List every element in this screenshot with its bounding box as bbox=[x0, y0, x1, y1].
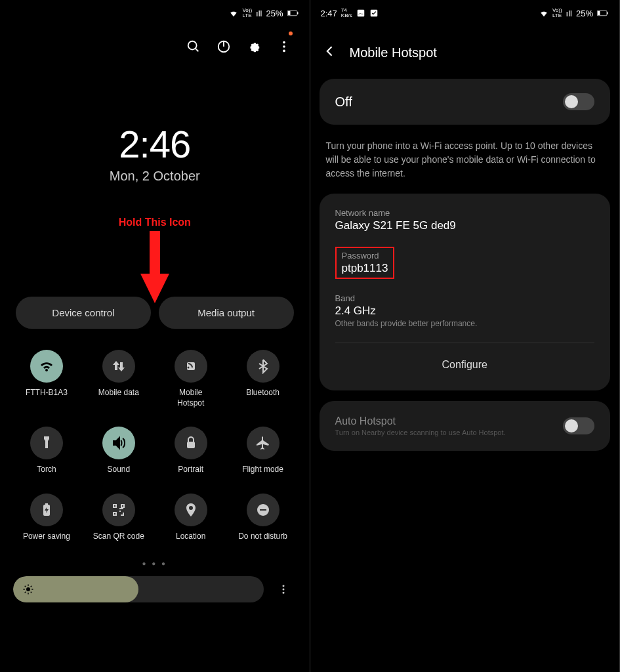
lock-icon bbox=[183, 435, 199, 451]
auto-hotspot-title: Auto Hotspot bbox=[335, 415, 506, 427]
qs-wifi[interactable]: FTTH-B1A3 bbox=[10, 350, 83, 408]
back-button[interactable] bbox=[323, 45, 337, 60]
svg-rect-23 bbox=[357, 10, 364, 17]
location-icon bbox=[183, 502, 199, 518]
notification-dot bbox=[289, 32, 293, 35]
status-time: 2:47 bbox=[321, 9, 337, 18]
status-bar: 2:47 74KB/s Vo))LTE ıll 25% bbox=[310, 0, 620, 26]
annotation-text: Hold This Icon bbox=[0, 217, 310, 228]
svg-rect-10 bbox=[150, 231, 160, 277]
status-bar: Vo))LTE ıll 25% bbox=[0, 0, 310, 26]
bluetooth-icon bbox=[255, 358, 271, 374]
svg-marker-11 bbox=[140, 274, 169, 303]
gear-icon[interactable] bbox=[247, 39, 261, 56]
svg-rect-12 bbox=[187, 362, 195, 370]
lte-indicator: Vo))LTE bbox=[552, 8, 562, 18]
svg-point-19 bbox=[26, 587, 30, 591]
qs-mobile-hotspot[interactable]: Mobile Hotspot bbox=[155, 350, 227, 408]
more-icon[interactable] bbox=[277, 39, 291, 56]
battery-percent: 25% bbox=[576, 9, 593, 18]
svg-rect-2 bbox=[297, 12, 299, 14]
hotspot-icon bbox=[183, 358, 199, 374]
qs-location[interactable]: Location bbox=[155, 494, 227, 542]
brightness-slider[interactable] bbox=[13, 576, 264, 602]
auto-hotspot-toggle[interactable] bbox=[563, 417, 594, 434]
image-status-icon bbox=[356, 9, 365, 18]
qs-mobile-data[interactable]: Mobile data bbox=[83, 350, 155, 408]
check-status-icon bbox=[369, 9, 379, 18]
clock-date: Mon, 2 October bbox=[0, 169, 310, 184]
svg-rect-16 bbox=[45, 503, 48, 505]
battery-icon bbox=[597, 9, 609, 17]
sound-icon bbox=[111, 435, 127, 451]
configure-button[interactable]: Configure bbox=[335, 354, 595, 376]
clock-time: 2:46 bbox=[0, 122, 310, 166]
svg-point-9 bbox=[283, 50, 285, 52]
svg-point-7 bbox=[283, 41, 285, 44]
password-field[interactable]: Password ptpb1113 bbox=[335, 247, 395, 279]
wifi-icon bbox=[39, 358, 54, 374]
svg-rect-18 bbox=[260, 509, 266, 511]
brightness-icon bbox=[22, 583, 34, 595]
svg-point-22 bbox=[282, 592, 284, 594]
quick-settings-panel: Vo))LTE ıll 25% 2:46 Mon, 2 October Hold… bbox=[0, 0, 310, 672]
hotspot-state-label: Off bbox=[335, 94, 352, 110]
brightness-more-icon[interactable] bbox=[270, 576, 297, 602]
hotspot-description: Turn your phone into a Wi-Fi access poin… bbox=[310, 135, 620, 194]
battery-icon bbox=[287, 9, 299, 17]
svg-rect-27 bbox=[607, 12, 608, 14]
annotation-arrow bbox=[0, 231, 310, 303]
quick-settings-grid: FTTH-B1A3 Mobile data Mobile Hotspot Blu… bbox=[0, 334, 310, 557]
qs-power-saving[interactable]: Power saving bbox=[10, 494, 83, 542]
page-indicator: ● ● ● bbox=[0, 560, 310, 567]
qs-qr-code[interactable]: Scan QR code bbox=[83, 494, 155, 542]
wifi-status-icon bbox=[229, 9, 238, 18]
torch-icon bbox=[39, 435, 54, 451]
svg-point-13 bbox=[187, 367, 189, 369]
signal-bars: ıll bbox=[256, 9, 262, 18]
svg-point-20 bbox=[282, 585, 284, 587]
search-icon[interactable] bbox=[186, 39, 201, 56]
qs-sound[interactable]: Sound bbox=[83, 427, 155, 475]
page-title: Mobile Hotspot bbox=[350, 45, 437, 60]
qs-dnd[interactable]: Do not disturb bbox=[227, 494, 299, 542]
qs-portrait[interactable]: Portrait bbox=[155, 427, 227, 475]
arrows-icon bbox=[111, 358, 127, 374]
svg-point-8 bbox=[283, 45, 285, 48]
network-name-field[interactable]: Network name Galaxy S21 FE 5G ded9 bbox=[335, 208, 595, 232]
svg-point-21 bbox=[282, 589, 284, 591]
airplane-icon bbox=[255, 435, 271, 451]
battery-save-icon bbox=[39, 502, 54, 518]
svg-rect-14 bbox=[187, 442, 195, 448]
qr-icon bbox=[111, 502, 127, 518]
qs-torch[interactable]: Torch bbox=[10, 427, 83, 475]
band-field[interactable]: Band 2.4 GHz Other bands provide better … bbox=[335, 293, 595, 328]
wifi-status-icon bbox=[539, 9, 548, 18]
hotspot-toggle[interactable] bbox=[563, 93, 594, 110]
qs-bluetooth[interactable]: Bluetooth bbox=[227, 350, 299, 408]
lte-indicator: Vo))LTE bbox=[242, 8, 252, 18]
svg-rect-1 bbox=[287, 11, 290, 15]
svg-line-4 bbox=[195, 49, 198, 52]
signal-bars: ıll bbox=[566, 9, 572, 18]
svg-rect-26 bbox=[598, 11, 600, 15]
svg-point-3 bbox=[188, 41, 196, 50]
qs-flight-mode[interactable]: Flight mode bbox=[227, 427, 299, 475]
power-icon[interactable] bbox=[217, 39, 231, 56]
battery-percent: 25% bbox=[266, 9, 283, 18]
dnd-icon bbox=[255, 502, 271, 518]
divider bbox=[335, 343, 595, 343]
auto-hotspot-subtitle: Turn on Nearby device scanning to use Au… bbox=[335, 429, 506, 436]
hotspot-settings-screen: 2:47 74KB/s Vo))LTE ıll 25% Mobile Hotsp… bbox=[310, 0, 621, 672]
